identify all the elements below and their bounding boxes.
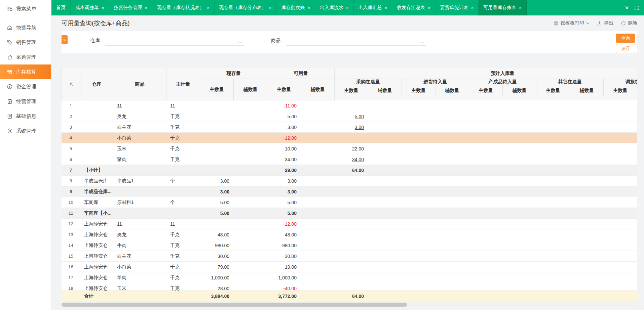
sidebar-item-inventory[interactable]: 库存核算: [0, 64, 51, 79]
tab[interactable]: 收发存汇总表×: [392, 0, 435, 15]
settings-button[interactable]: 设置: [616, 44, 635, 53]
table-row[interactable]: 3西兰花千克3.003.00: [62, 122, 637, 133]
col-header-other-main[interactable]: 主数量: [536, 85, 570, 96]
col-header-purchase-aux[interactable]: 辅数量: [368, 85, 402, 96]
table-row[interactable]: 6猪肉千克34.0034.00: [62, 154, 637, 165]
warehouse-input[interactable]: ...: [105, 36, 244, 46]
product-input[interactable]: ...: [286, 36, 426, 46]
table-row[interactable]: 17上海静安仓羊肉千克1,000.001,000.00: [62, 272, 637, 283]
col-header-warehouse[interactable]: 仓库: [80, 68, 113, 100]
cell-po_main[interactable]: 5.00: [334, 111, 368, 122]
cell-other_main: [536, 197, 570, 208]
cell-avail_main: 3.00: [267, 186, 301, 197]
print-by-template-button[interactable]: 按模板打印: [554, 20, 590, 26]
sidebar-item-search-menu[interactable]: 搜索菜单: [0, 1, 51, 16]
table-row[interactable]: 9半成品仓库...3.003.00: [62, 186, 637, 197]
col-header-onhand-main[interactable]: 主数量: [200, 79, 234, 100]
cell-num: 17: [62, 272, 80, 283]
tab[interactable]: 库存批次账×: [276, 0, 315, 15]
col-header-incoming-main[interactable]: 主数量: [402, 85, 435, 96]
tab[interactable]: 要货单统计表×: [435, 0, 479, 15]
cell-unit: 千克: [166, 122, 200, 132]
expand-filters-button[interactable]: »: [62, 35, 68, 44]
tab[interactable]: 现存量（库存状况表）×: [152, 0, 215, 15]
col-header-available-main[interactable]: 主数量: [267, 79, 301, 100]
maximize-icon[interactable]: [634, 5, 639, 10]
col-header-finished-aux[interactable]: 辅数量: [503, 85, 536, 96]
table-row[interactable]: 4小白菜千克-12.00: [62, 133, 637, 143]
product-picker-button[interactable]: ...: [419, 39, 426, 45]
tab-close-icon[interactable]: ×: [145, 6, 148, 10]
tab-close-icon[interactable]: ×: [471, 6, 474, 10]
tab[interactable]: 现存量（库存分布表）×: [215, 0, 277, 15]
page-title: 可用量查询(按仓库+商品): [62, 19, 130, 27]
cell-unit: 千克: [166, 262, 200, 272]
tab[interactable]: 拣货任务管理×: [109, 0, 153, 15]
table-row[interactable]: 5玉米千克10.0022.00: [62, 143, 637, 154]
table-row[interactable]: 14上海静安仓牛肉千克980.00980.00: [62, 240, 637, 251]
refresh-button[interactable]: 刷新: [621, 20, 637, 26]
table-row[interactable]: 11111-11.00: [62, 100, 637, 111]
cell-po_main[interactable]: 34.00: [334, 154, 368, 165]
sidebar-item-funds[interactable]: 资金管理: [0, 79, 51, 94]
query-button[interactable]: 查询: [616, 34, 635, 43]
column-config-cell[interactable]: [62, 68, 80, 100]
tab-close-icon[interactable]: ×: [269, 6, 272, 10]
table-row[interactable]: 10车间库原材料1个5.005.00: [62, 197, 637, 208]
tab[interactable]: 可用量库存账本×: [479, 0, 527, 15]
cell-transfer_main: [603, 283, 637, 291]
table-row[interactable]: 11车间库【小...5.005.00: [62, 208, 637, 219]
table-row[interactable]: 8半成品仓库半成品1个3.003.00: [62, 176, 637, 186]
tab-close-icon[interactable]: ×: [207, 6, 210, 10]
cell-recv_aux: [435, 262, 469, 272]
tab[interactable]: 成本调整单×: [71, 0, 109, 15]
tab-close-icon[interactable]: ×: [385, 6, 387, 10]
col-header-incoming-aux[interactable]: 辅数量: [435, 85, 469, 96]
cell-onhand_aux: [233, 133, 267, 143]
col-header-product[interactable]: 商品: [113, 68, 166, 100]
table-row[interactable]: 18上海静安仓玉米千克28.00-40.00: [62, 283, 637, 291]
table-row[interactable]: 12上海静安仓1111-12.00: [62, 219, 637, 229]
col-header-purchase-main[interactable]: 主数量: [335, 85, 368, 96]
table-row[interactable]: 15上海静安仓西兰花千克30.0030.00: [62, 251, 637, 262]
tab[interactable]: 首页: [51, 0, 71, 15]
tab-close-icon[interactable]: ×: [519, 6, 522, 10]
table-row[interactable]: 16上海静安仓小白菜千克79.0019.00: [62, 262, 637, 272]
tab-close-icon[interactable]: ×: [346, 6, 349, 10]
table-row[interactable]: 7【小计】29.0064.00: [62, 165, 637, 176]
table-row[interactable]: 13上海静安仓奥龙千克48.0048.00: [62, 229, 637, 240]
sidebar-item-sales[interactable]: 销售管理: [0, 35, 51, 50]
col-header-other-aux[interactable]: 辅数量: [570, 85, 604, 96]
tab-close-icon[interactable]: ×: [102, 6, 104, 10]
close-icon[interactable]: ×: [625, 4, 629, 11]
scrollbar-thumb[interactable]: [62, 303, 407, 307]
tab[interactable]: 出入库流水×: [315, 0, 354, 15]
cell-avail_aux: [301, 251, 334, 261]
cell-other_aux: [570, 154, 603, 165]
cell-po_main[interactable]: 22.00: [334, 143, 368, 154]
sidebar-item-system[interactable]: 系统管理: [0, 124, 51, 138]
col-header-onhand-aux[interactable]: 辅数量: [234, 79, 267, 100]
sidebar-item-business[interactable]: 经营管理: [0, 94, 51, 109]
tab-close-icon[interactable]: ×: [428, 6, 430, 10]
col-header-transfer-main[interactable]: 主数量: [604, 85, 637, 96]
cell-po_main[interactable]: 3.00: [334, 122, 368, 132]
warehouse-picker-button[interactable]: ...: [238, 39, 244, 45]
horizontal-scrollbar[interactable]: [62, 303, 637, 307]
tab-close-icon[interactable]: ×: [307, 6, 310, 10]
tab[interactable]: 出入库汇总×: [354, 0, 392, 15]
col-group-other-transit: 其它在途量 主数量 辅数量: [536, 79, 604, 96]
cell-transfer_aux: [637, 100, 637, 111]
cell-product: 原材料1: [113, 197, 166, 208]
export-button[interactable]: 导出: [597, 20, 613, 26]
col-header-finished-main[interactable]: 主数量: [469, 85, 503, 96]
cell-num: 5: [62, 143, 80, 154]
table-row[interactable]: 2奥龙千克5.005.00: [62, 111, 637, 122]
sidebar-item-home[interactable]: 快捷导航: [0, 20, 51, 35]
col-header-unit[interactable]: 主计量: [166, 68, 200, 100]
sidebar-item-purchase[interactable]: 采购管理: [0, 50, 51, 64]
cell-recv_aux: [435, 283, 469, 291]
sidebar-item-basic-info[interactable]: 基础信息: [0, 109, 51, 124]
col-header-available-aux[interactable]: 辅数量: [301, 79, 335, 100]
cell-warehouse: [80, 143, 113, 154]
